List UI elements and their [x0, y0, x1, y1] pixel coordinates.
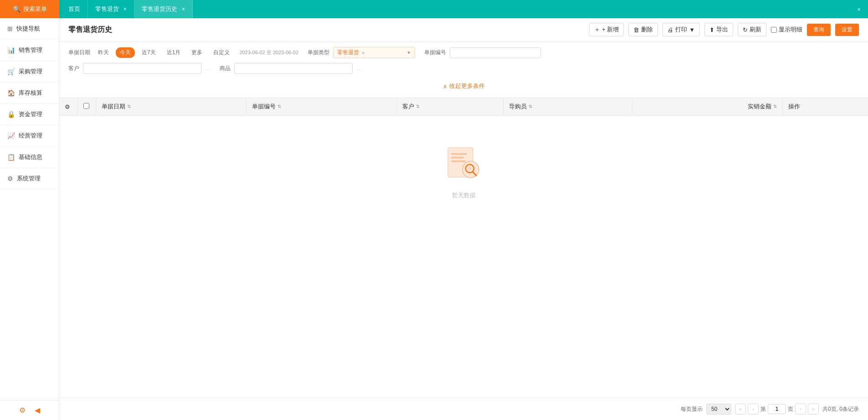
top-bar: 🔍 搜索菜单 首页 零售退货 × 零售退货历史 × × — [0, 0, 868, 18]
tab-retail-return[interactable]: 零售退货 × — [88, 0, 134, 18]
collapse-label: 收起更多条件 — [449, 82, 485, 90]
show-detail-checkbox[interactable] — [771, 27, 777, 33]
delete-btn[interactable]: 🗑 删除 — [628, 23, 658, 36]
sidebar-footer: ⚙ ◀ — [0, 400, 59, 420]
page-input[interactable] — [768, 404, 786, 414]
page-first-btn[interactable]: « — [735, 404, 746, 415]
voucher-date-filter: 单据日期 昨天 今天 近7天 近1月 更多 自定义 2023-06-02 至 2… — [68, 47, 298, 58]
sort-amount[interactable]: 实销金额 ⇅ — [638, 102, 777, 111]
sidebar-item-finance[interactable]: 🔒 资金管理 — [0, 104, 59, 125]
sales-mgmt-icon: 📊 — [7, 46, 15, 54]
main-layout: ⊞ 快捷导航 📊 销售管理 🛒 采购管理 🏠 库存核算 🔒 资金管理 📈 经营管… — [0, 18, 868, 420]
col-guide-header[interactable]: 导购员 ⇅ — [503, 98, 632, 116]
tab-retail-return-label: 零售退货 — [95, 5, 119, 13]
date-shortcuts: 昨天 今天 近7天 近1月 更多 自定义 — [94, 47, 234, 58]
col-voucher-no-header[interactable]: 单据编号 ⇅ — [246, 98, 396, 116]
show-detail-label: 显示明细 — [779, 26, 802, 34]
customer-input[interactable] — [83, 63, 201, 74]
voucher-date-label: 单据日期 — [68, 49, 90, 56]
sidebar-item-system-mgmt[interactable]: ⚙ 系统管理 — [0, 168, 59, 190]
col-amount-header[interactable]: 实销金额 ⇅ — [632, 98, 782, 116]
voucher-type-select[interactable]: 零售退货 × ▼ — [333, 47, 415, 58]
sidebar-collapse-icon[interactable]: ◀ — [35, 406, 40, 415]
tab-retail-return-history-close[interactable]: × — [182, 6, 185, 12]
refresh-btn[interactable]: ↻ 刷新 — [738, 23, 766, 36]
operations-icon: 📈 — [7, 132, 15, 139]
page-prev-btn[interactable]: ‹ — [748, 404, 759, 415]
voucher-type-filter: 单据类型 零售退货 × ▼ — [308, 47, 415, 58]
tab-retail-return-history[interactable]: 零售退货历史 × — [134, 0, 193, 18]
date-custom-btn[interactable]: 自定义 — [209, 47, 234, 58]
col-customer-header[interactable]: 客户 ⇅ — [397, 98, 503, 116]
col-settings-icon[interactable]: ⚙ — [65, 103, 70, 110]
sort-guide[interactable]: 导购员 ⇅ — [509, 102, 626, 111]
date-last1month-btn[interactable]: 近1月 — [163, 47, 185, 58]
page-header: 零售退货历史 ＋ + 新增 🗑 删除 🖨 打印 ▼ ⬆ 导出 — [59, 18, 868, 41]
filter-area: 单据日期 昨天 今天 近7天 近1月 更多 自定义 2023-06-02 至 2… — [59, 41, 868, 98]
col-checkbox-header[interactable] — [77, 98, 96, 116]
goods-picker-icon[interactable]: … — [356, 65, 362, 72]
page-last-btn[interactable]: » — [808, 404, 819, 415]
date-last7-btn[interactable]: 近7天 — [138, 47, 160, 58]
export-icon: ⬆ — [709, 26, 714, 33]
goods-filter: 商品 … — [220, 63, 362, 74]
sidebar-item-operations[interactable]: 📈 经营管理 — [0, 125, 59, 147]
basic-info-icon: 📋 — [7, 154, 15, 161]
export-btn[interactable]: ⬆ 导出 — [704, 23, 733, 36]
voucher-no-input[interactable] — [450, 47, 541, 58]
sidebar-item-inventory[interactable]: 🏠 库存核算 — [0, 82, 59, 104]
tab-home[interactable]: 首页 — [61, 0, 88, 18]
sidebar-settings-icon[interactable]: ⚙ — [19, 406, 26, 415]
page-size-select[interactable]: 50 100 200 — [706, 404, 731, 415]
sidebar-item-sales-mgmt[interactable]: 📊 销售管理 — [0, 40, 59, 61]
col-voucher-date-header[interactable]: 单据日期 ⇅ — [96, 98, 246, 116]
data-table: ⚙ 单据日期 ⇅ 单据编号 — [59, 98, 868, 116]
print-dropdown-icon: ▼ — [689, 26, 695, 33]
svg-rect-1 — [451, 153, 467, 155]
sort-voucher-no[interactable]: 单据编号 ⇅ — [252, 102, 391, 111]
tab-bar: 首页 零售退货 × 零售退货历史 × — [59, 0, 850, 18]
search-menu-btn[interactable]: 🔍 搜索菜单 — [0, 0, 59, 18]
sidebar-item-purchase-mgmt[interactable]: 🛒 采购管理 — [0, 61, 59, 82]
close-icon: × — [857, 6, 861, 13]
voucher-type-clear[interactable]: × — [362, 50, 365, 56]
search-icon: 🔍 — [13, 5, 21, 13]
print-icon: 🖨 — [668, 26, 673, 33]
voucher-type-tag: 零售退货 — [337, 49, 359, 56]
col-amount-label: 实销金额 — [748, 102, 771, 111]
sidebar-item-quick-nav[interactable]: ⊞ 快捷导航 — [0, 18, 59, 40]
table-header-row: ⚙ 单据日期 ⇅ 单据编号 — [59, 98, 868, 116]
sort-voucher-date[interactable]: 单据日期 ⇅ — [102, 102, 241, 111]
sidebar-item-basic-info[interactable]: 📋 基础信息 — [0, 147, 59, 168]
date-today-btn[interactable]: 今天 — [116, 47, 135, 58]
filter-row-1: 单据日期 昨天 今天 近7天 近1月 更多 自定义 2023-06-02 至 2… — [68, 47, 859, 58]
goods-input[interactable] — [234, 63, 353, 74]
page-actions: ＋ + 新增 🗑 删除 🖨 打印 ▼ ⬆ 导出 ↻ — [589, 23, 859, 36]
sidebar-label-basic-info: 基础信息 — [19, 153, 42, 161]
new-btn[interactable]: ＋ + 新增 — [589, 23, 624, 36]
sort-customer[interactable]: 客户 ⇅ — [402, 102, 498, 111]
delete-label: 删除 — [641, 26, 653, 34]
date-more-btn[interactable]: 更多 — [187, 47, 206, 58]
window-close-btn[interactable]: × — [850, 0, 868, 18]
col-voucher-date-label: 单据日期 — [102, 102, 125, 111]
date-yesterday-btn[interactable]: 昨天 — [94, 47, 113, 58]
customer-picker-icon[interactable]: … — [205, 65, 211, 72]
tab-retail-return-close[interactable]: × — [123, 6, 127, 12]
voucher-type-label: 单据类型 — [308, 49, 329, 56]
filter-row-2: 客户 … 商品 … — [68, 63, 859, 74]
collapse-filter-btn[interactable]: ∧ 收起更多条件 — [437, 80, 490, 92]
print-btn[interactable]: 🖨 打印 ▼ — [663, 23, 700, 36]
search-menu-label: 搜索菜单 — [23, 5, 47, 13]
empty-state: 暂无数据 — [59, 116, 868, 227]
svg-rect-3 — [451, 160, 466, 162]
page-next-btn[interactable]: › — [795, 404, 806, 415]
settings-btn[interactable]: 设置 — [835, 24, 859, 36]
sort-amount-icon: ⇅ — [773, 104, 777, 109]
col-settings-header[interactable]: ⚙ — [59, 98, 77, 116]
voucher-no-label: 单据编号 — [424, 49, 446, 56]
show-detail-toggle[interactable]: 显示明细 — [771, 26, 802, 34]
select-all-checkbox[interactable] — [83, 103, 89, 109]
table-container: ⚙ 单据日期 ⇅ 单据编号 — [59, 98, 868, 398]
query-btn[interactable]: 查询 — [807, 24, 831, 36]
